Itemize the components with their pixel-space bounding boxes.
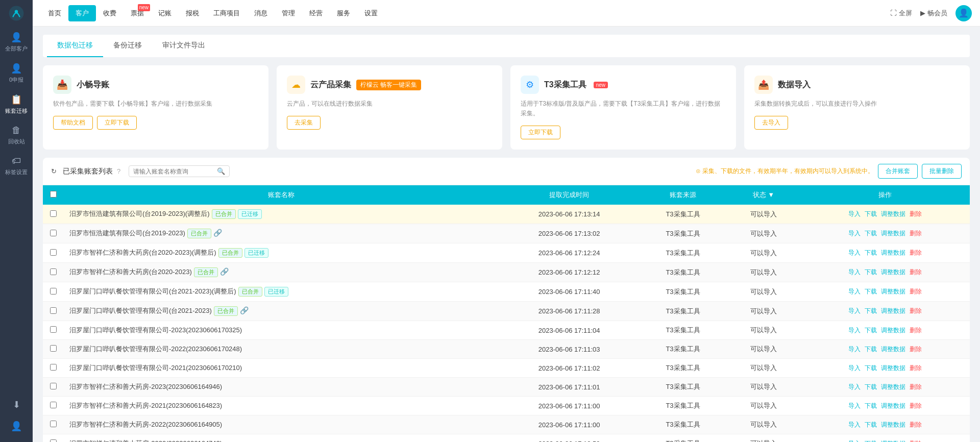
sidebar-item-account-migration[interactable]: 📋 账套迁移 <box>0 89 33 120</box>
avatar[interactable]: 👤 <box>955 5 972 21</box>
adjust-action-btn[interactable]: 调整数据 <box>881 327 905 334</box>
download-action-btn[interactable]: 下载 <box>865 230 877 237</box>
row-checkbox[interactable] <box>50 402 57 408</box>
adjust-action-btn[interactable]: 调整数据 <box>881 364 905 372</box>
import-action-btn[interactable]: 导入 <box>848 383 861 390</box>
delete-action-btn[interactable]: 删除 <box>910 210 922 217</box>
nav-bookkeeping[interactable]: 记账 <box>151 0 179 27</box>
import-action-btn[interactable]: 导入 <box>848 230 861 237</box>
help-doc-btn[interactable]: 帮助文档 <box>53 116 93 130</box>
adjust-action-btn[interactable]: 调整数据 <box>881 288 905 295</box>
delete-action-btn[interactable]: 删除 <box>910 346 922 353</box>
row-checkbox[interactable] <box>50 421 57 427</box>
sidebar-item-profile[interactable]: 👤 <box>0 415 33 437</box>
download-action-btn[interactable]: 下载 <box>865 346 877 353</box>
row-checkbox[interactable] <box>50 210 57 217</box>
adjust-action-btn[interactable]: 调整数据 <box>881 268 905 276</box>
row-checkbox[interactable] <box>50 268 57 275</box>
merge-btn[interactable]: 合并账套 <box>878 164 918 179</box>
delete-action-btn[interactable]: 删除 <box>910 364 922 372</box>
select-all-checkbox[interactable] <box>50 191 57 198</box>
import-action-btn[interactable]: 导入 <box>848 402 861 409</box>
import-action-btn[interactable]: 导入 <box>848 307 861 314</box>
import-action-btn[interactable]: 导入 <box>848 440 861 442</box>
delete-action-btn[interactable]: 删除 <box>910 268 922 276</box>
delete-action-btn[interactable]: 删除 <box>910 421 922 428</box>
download-action-btn[interactable]: 下载 <box>865 268 877 276</box>
row-checkbox[interactable] <box>50 383 57 389</box>
adjust-action-btn[interactable]: 调整数据 <box>881 249 905 256</box>
delete-action-btn[interactable]: 删除 <box>910 383 922 390</box>
vip-btn[interactable]: ▶ 畅会员 <box>920 9 947 18</box>
import-action-btn[interactable]: 导入 <box>848 364 861 372</box>
nav-manage[interactable]: 管理 <box>275 0 302 27</box>
batch-delete-btn[interactable]: 批量删除 <box>922 164 962 179</box>
fullscreen-btn[interactable]: ⛶ 全屏 <box>890 9 912 18</box>
nav-home[interactable]: 首页 <box>41 0 68 27</box>
refresh-icon[interactable]: ↻ <box>51 167 57 175</box>
download-action-btn[interactable]: 下载 <box>865 288 877 295</box>
row-checkbox[interactable] <box>50 345 57 352</box>
sidebar-item-download[interactable]: ⬇ <box>0 394 33 415</box>
import-action-btn[interactable]: 导入 <box>848 421 861 428</box>
go-import-btn[interactable]: 去导入 <box>754 116 788 130</box>
nav-client[interactable]: 客户 <box>68 5 96 21</box>
download-action-btn[interactable]: 下载 <box>865 210 877 217</box>
nav-message[interactable]: 消息 <box>247 0 275 27</box>
adjust-action-btn[interactable]: 调整数据 <box>881 230 905 237</box>
row-checkbox[interactable] <box>50 249 57 256</box>
adjust-action-btn[interactable]: 调整数据 <box>881 307 905 314</box>
download-action-btn[interactable]: 下载 <box>865 307 877 314</box>
nav-operation[interactable]: 经营 <box>302 0 330 27</box>
nav-service[interactable]: 服务 <box>330 0 357 27</box>
nav-business[interactable]: 工商项目 <box>206 0 247 27</box>
row-checkbox[interactable] <box>50 288 57 294</box>
adjust-action-btn[interactable]: 调整数据 <box>881 402 905 409</box>
delete-action-btn[interactable]: 删除 <box>910 230 922 237</box>
nav-tax[interactable]: 报税 <box>179 0 206 27</box>
delete-action-btn[interactable]: 删除 <box>910 288 922 295</box>
download-action-btn[interactable]: 下载 <box>865 383 877 390</box>
sidebar-item-tag-settings[interactable]: 🏷 标签设置 <box>0 151 33 181</box>
row-checkbox[interactable] <box>50 307 57 314</box>
row-link-icon[interactable]: 🔗 <box>240 306 249 314</box>
tab-audit-export[interactable]: 审计文件导出 <box>152 35 215 57</box>
download-action-btn[interactable]: 下载 <box>865 440 877 442</box>
delete-action-btn[interactable]: 删除 <box>910 402 922 409</box>
sidebar-item-all-clients[interactable]: 👤 全部客户 <box>0 27 33 58</box>
row-link-icon[interactable]: 🔗 <box>220 267 229 276</box>
tab-backup-migration[interactable]: 备份迁移 <box>103 35 152 57</box>
import-action-btn[interactable]: 导入 <box>848 210 861 217</box>
download-t3-btn[interactable]: 立即下载 <box>521 126 560 139</box>
adjust-action-btn[interactable]: 调整数据 <box>881 346 905 353</box>
download-action-btn[interactable]: 下载 <box>865 402 877 409</box>
row-link-icon[interactable]: 🔗 <box>213 229 222 237</box>
download-now-btn[interactable]: 立即下载 <box>97 116 137 130</box>
delete-action-btn[interactable]: 删除 <box>910 440 922 442</box>
row-checkbox[interactable] <box>50 364 57 371</box>
adjust-action-btn[interactable]: 调整数据 <box>881 421 905 428</box>
help-icon[interactable]: ? <box>117 167 120 175</box>
sidebar-item-recycle[interactable]: 🗑 回收站 <box>0 120 33 151</box>
row-checkbox[interactable] <box>50 439 57 442</box>
download-action-btn[interactable]: 下载 <box>865 364 877 372</box>
import-action-btn[interactable]: 导入 <box>848 249 861 256</box>
delete-action-btn[interactable]: 删除 <box>910 307 922 314</box>
tab-data-migration[interactable]: 数据包迁移 <box>47 35 103 57</box>
delete-action-btn[interactable]: 删除 <box>910 327 922 334</box>
row-checkbox[interactable] <box>50 230 57 236</box>
adjust-action-btn[interactable]: 调整数据 <box>881 210 905 217</box>
nav-billing[interactable]: 收费 <box>96 0 124 27</box>
download-action-btn[interactable]: 下载 <box>865 249 877 256</box>
import-action-btn[interactable]: 导入 <box>848 327 861 334</box>
search-submit-icon[interactable]: 🔍 <box>217 167 225 175</box>
sidebar-item-zero-report[interactable]: 👤 0申报 <box>0 58 33 89</box>
adjust-action-btn[interactable]: 调整数据 <box>881 383 905 390</box>
go-collect-btn[interactable]: 去采集 <box>287 116 321 130</box>
download-action-btn[interactable]: 下载 <box>865 327 877 334</box>
row-checkbox[interactable] <box>50 326 57 333</box>
delete-action-btn[interactable]: 删除 <box>910 249 922 256</box>
import-action-btn[interactable]: 导入 <box>848 288 861 295</box>
adjust-action-btn[interactable]: 调整数据 <box>881 440 905 442</box>
search-input[interactable] <box>133 168 215 175</box>
